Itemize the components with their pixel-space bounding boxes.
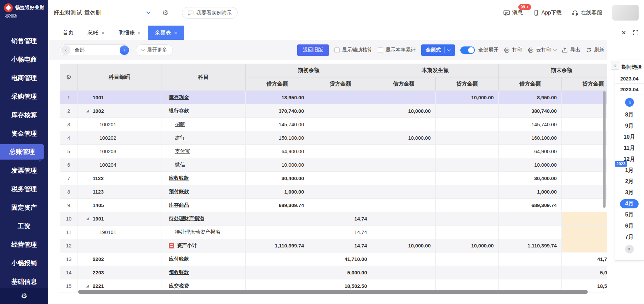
brand-logo-icon [4,3,13,12]
account-link[interactable]: 待处理流动资产损溢 [175,229,220,235]
amount-style-button[interactable]: 金额式 [421,44,455,56]
tab-close-icon[interactable]: × [138,30,141,36]
table-row-5[interactable]: 5100203支付宝64,900.0064,900.00 [60,145,607,158]
cloud-print-button[interactable]: 云打印 [528,47,556,53]
sidebar-item-8[interactable]: 发票管理 [0,161,48,180]
show-ytd-checkbox[interactable]: 显示本年累计 [378,47,416,53]
sidebar-item-11[interactable]: 工资 [0,217,48,235]
maximize-icon[interactable] [633,30,639,36]
account-link[interactable]: 应交税费 [169,283,189,289]
horizontal-scrollbar[interactable] [78,290,588,294]
tab-2[interactable]: 总账× [81,26,112,40]
table-row-8[interactable]: 81123预付账款1,000.001,000.00 [60,185,607,199]
checkbox-icon[interactable] [334,47,340,53]
table-row-9[interactable]: 91405库存商品689,309.74689,309.74 [60,199,607,212]
expand-toggle-icon[interactable] [86,109,89,112]
sidebar-settings-gear-icon[interactable]: ⚙ [21,292,27,300]
sidebar-item-3[interactable]: 电商管理 [0,69,48,87]
sidebar-item-9[interactable]: 税务管理 [0,180,48,198]
month-8月[interactable]: 8月 [615,109,644,121]
account-code: 1002 [93,108,104,114]
show-aux-checkbox[interactable]: 显示辅助核算 [334,47,372,53]
sidebar-item-2[interactable]: 小畅电商 [0,50,48,69]
sidebar-item-5[interactable]: 库存核算 [0,106,48,124]
account-link[interactable]: 库存现金 [169,94,189,101]
period-date-from[interactable]: 2023.04 [615,73,644,84]
sidebar-item-13[interactable]: 小畅报销 [0,254,48,272]
tab-4[interactable]: 余额表× [148,26,184,40]
period-date-to[interactable]: 2023.04 [615,84,644,95]
account-link[interactable]: 银行存款 [169,108,189,114]
table-row-14[interactable]: 142203预收账款5,000.005,000.00 [60,266,607,279]
scope-next-icon[interactable]: › [120,45,129,55]
sidebar-item-7[interactable]: 总账管理 [0,144,44,160]
sidebar-item-4[interactable]: 采购管理 [0,87,48,106]
table-row-7[interactable]: 71122应收账款30,400.0030,400.00 [60,172,607,185]
table-row-11[interactable]: 11190101待处理流动资产损溢14.74 [60,226,607,239]
online-service-button[interactable]: 在线客服 [572,9,602,16]
app-download-button[interactable]: App下载 [533,9,562,16]
expand-all-toggle[interactable] [460,46,475,54]
table-row-2[interactable]: 21002银行存款370,740.0010,000.00380,740.00 [60,104,607,118]
collapse-panel-icon[interactable]: » [611,61,619,70]
account-link[interactable]: 预付账款 [169,189,189,195]
month-6月[interactable]: 6月 [615,221,644,232]
checkbox-icon[interactable] [378,47,383,53]
topbar-settings-gear-icon[interactable]: ⚙ [162,9,168,17]
account-link[interactable]: 待处理财产损溢 [169,215,204,222]
month-7月[interactable]: 7月 [615,232,644,243]
account-link[interactable]: 建行 [175,135,185,141]
month-3月[interactable]: 3月 [615,187,644,198]
table-row-13[interactable]: 132202应付账款41,710.0041,710.00 [60,252,607,266]
table-row-10[interactable]: 101901待处理财产损溢14.74 [60,212,607,226]
column-settings-gear-icon[interactable]: ⚙ [66,74,71,81]
user-avatar[interactable] [612,5,639,21]
account-link[interactable]: 库存商品 [169,202,189,208]
close-panel-icon[interactable]: × [621,29,626,37]
month-11月[interactable]: 11月 [615,143,644,154]
month-4月[interactable]: 4月 [615,198,644,209]
account-link[interactable]: 预收账款 [169,269,189,276]
account-link[interactable]: 应付账款 [169,256,189,262]
scroll-months-up-icon[interactable]: » [625,98,634,107]
account-code: 1405 [93,202,104,208]
account-link[interactable]: 应收账款 [169,175,189,181]
scope-prev-icon[interactable]: ‹ [61,45,70,55]
expand-toggle-icon[interactable] [86,217,89,220]
sidebar-item-1[interactable]: 销售管理 [0,32,48,50]
tab-close-icon[interactable]: × [101,30,104,36]
account-link[interactable]: 招商 [175,121,185,128]
export-button[interactable]: 导出 [562,47,580,53]
table-row-6[interactable]: 6100204微信10,000.0010,000.00 [60,158,607,172]
table-row-12[interactable]: 12资产小计1,110,399.7414.7410,000.0010,000.0… [60,239,607,252]
table-row-3[interactable]: 3100201招商145,740.00145,740.00 [60,118,607,131]
month-2月[interactable]: 2月 [615,176,644,187]
print-button[interactable]: 打印 [504,47,522,53]
month-label: 2月 [625,178,634,185]
table-row-1[interactable]: 11001库存现金18,950.0010,000.008,950.00 [60,91,607,104]
sidebar-item-12[interactable]: 经营管理 [0,235,48,254]
messages-button[interactable]: 消息 99 + [503,9,523,16]
account-select[interactable]: 好业财测试-量勿删 [52,5,153,20]
scope-selector[interactable]: ‹ 全部 › [60,44,130,56]
refresh-button[interactable]: 刷新 [586,47,604,53]
tab-close-icon[interactable]: × [174,30,177,36]
account-link[interactable]: 微信 [175,162,185,168]
col-header-current-credit: 贷方金额 [436,77,499,91]
back-to-old-button[interactable]: 退回旧版 [297,44,329,56]
demo-link[interactable]: 我要看实例演示 [182,7,238,19]
account-link[interactable]: 支付宝 [175,148,190,155]
tab-3[interactable]: 明细账× [112,26,148,40]
table-row-4[interactable]: 4100202建行150,100.0010,000.00160,100.00 [60,131,607,145]
tab-1[interactable]: 首页 [56,26,81,40]
sidebar-item-6[interactable]: 资金管理 [0,124,48,143]
expand-toggle-icon[interactable] [86,284,89,288]
expand-more-button[interactable]: 展开更多 [136,44,173,56]
month-5月[interactable]: 5月 [615,209,644,221]
account-subject-cell: 预付账款 [161,185,246,199]
sidebar-item-10[interactable]: 固定资产 [0,198,48,217]
scroll-months-down-icon[interactable]: » [625,245,634,254]
vertical-scrollbar[interactable] [603,91,606,208]
month-9月[interactable]: 9月 [615,121,644,132]
month-10月[interactable]: 10月 [615,132,644,143]
